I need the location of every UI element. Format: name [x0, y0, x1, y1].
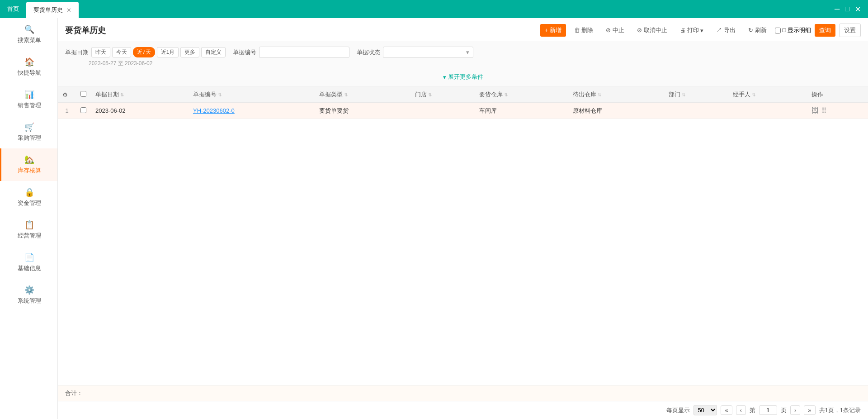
cell-doc-date: 2023-06-02 [91, 103, 189, 119]
status-select[interactable] [383, 47, 473, 57]
date-filter-label: 单据日期 [65, 48, 89, 57]
date-range-buttons: 昨天 今天 近7天 近1月 更多 自定义 [91, 47, 226, 57]
date-btn-1month[interactable]: 近1月 [157, 47, 179, 57]
date-range-display: 2023-05-27 至 2023-06-02 [89, 60, 861, 67]
cell-store [410, 103, 475, 119]
maximize-icon[interactable]: □ [845, 5, 849, 13]
date-btn-custom[interactable]: 自定义 [201, 47, 226, 57]
export-button[interactable]: ↗ 导出 [712, 24, 740, 37]
sidebar-label-finance-mgmt: 资金管理 [18, 199, 41, 207]
per-page-select[interactable]: 10 20 50 100 [693, 405, 717, 415]
cell-department [664, 103, 728, 119]
cell-pending-warehouse: 原材料仓库 [568, 103, 664, 119]
table-footer: 合计： [58, 385, 868, 401]
inventory-icon: 🏡 [24, 155, 34, 165]
th-action: 操作 [807, 87, 868, 103]
sidebar-item-operations-mgmt[interactable]: 📋 经营管理 [0, 214, 57, 246]
tab-requisition-label: 要货单历史 [33, 6, 63, 14]
expand-label: 展开更多条件 [448, 73, 483, 81]
settings-gear-icon[interactable]: ⚙ [62, 91, 68, 98]
view-action-icon[interactable]: 🖼 [811, 107, 819, 115]
th-doc-type[interactable]: 单据类型 [315, 87, 410, 103]
th-settings: ⚙ [58, 87, 76, 103]
sidebar-item-finance-mgmt[interactable]: 🔒 资金管理 [0, 181, 57, 214]
cell-action: 🖼 ⠿ [807, 103, 868, 119]
row-num: 1 [58, 103, 76, 119]
filter-status: 单据状态 ▾ [357, 47, 473, 58]
display-detail-checkbox[interactable] [775, 28, 781, 33]
th-doc-number[interactable]: 单据编号 [189, 87, 315, 103]
tab-requisition-history[interactable]: 要货单历史 ✕ [26, 2, 79, 18]
cell-handler [728, 103, 807, 119]
first-page-button[interactable]: « [721, 405, 732, 415]
sidebar-item-purchase-mgmt[interactable]: 🛒 采购管理 [0, 116, 57, 148]
more-action-icon[interactable]: ⠿ [821, 106, 827, 115]
sidebar-label-sales-mgmt: 销售管理 [18, 101, 41, 110]
total-info: 共1页，1条记录 [819, 406, 861, 414]
tab-close-icon[interactable]: ✕ [66, 7, 71, 14]
doc-number-label: 单据编号 [233, 48, 256, 57]
th-req-warehouse[interactable]: 要货仓库 [475, 87, 568, 103]
print-button[interactable]: 🖨 打印 ▾ [675, 24, 708, 37]
minimize-icon[interactable]: ─ [835, 5, 840, 13]
sidebar-item-quick-nav[interactable]: 🏠 快捷导航 [0, 51, 57, 83]
sidebar-label-system-mgmt: 系统管理 [18, 297, 41, 305]
date-btn-7days[interactable]: 近7天 [133, 47, 155, 57]
row-checkbox[interactable] [80, 107, 86, 113]
filter-area: 单据日期 昨天 今天 近7天 近1月 更多 自定义 单据编号 [58, 41, 868, 87]
page-title: 要货单历史 [65, 25, 106, 36]
system-icon: ⚙️ [24, 285, 34, 295]
next-page-button[interactable]: › [790, 405, 800, 415]
settings-button[interactable]: 设置 [839, 24, 861, 37]
prev-page-button[interactable]: ‹ [736, 405, 746, 415]
cell-doc-type: 要货单要货 [315, 103, 410, 119]
th-handler[interactable]: 经手人 [728, 87, 807, 103]
sidebar-item-system-mgmt[interactable]: ⚙️ 系统管理 [0, 279, 57, 311]
expand-more-button[interactable]: ▾ 展开更多条件 [443, 73, 483, 81]
th-checkbox [76, 87, 91, 103]
filter-row-1: 单据日期 昨天 今天 近7天 近1月 更多 自定义 单据编号 [65, 47, 861, 58]
sidebar-label-basic-info: 基础信息 [18, 264, 41, 272]
search-icon: 🔍 [24, 24, 34, 34]
page-number-input[interactable] [759, 405, 777, 415]
query-button[interactable]: 查询 [815, 24, 835, 37]
delete-button[interactable]: 🗑 删除 [570, 24, 598, 37]
sidebar-label-inventory: 库存核算 [18, 167, 41, 175]
th-pending-warehouse[interactable]: 待出仓库 [568, 87, 664, 103]
sidebar-item-basic-info[interactable]: 📄 基础信息 [0, 246, 57, 279]
filter-doc-number: 单据编号 [233, 47, 349, 58]
date-btn-more[interactable]: 更多 [180, 47, 199, 57]
per-page-label: 每页显示 [666, 406, 690, 414]
sidebar-item-search-menu[interactable]: 🔍 搜索菜单 [0, 18, 57, 51]
pagination-bar: 每页显示 10 20 50 100 « ‹ 第 页 › » 共1页，1条记录 [58, 401, 868, 419]
tab-home-label: 首页 [7, 5, 19, 13]
action-icons: 🖼 ⠿ [811, 106, 863, 115]
table-row: 1 2023-06-02 YH-20230602-0 要货单要货 车间库 原材料… [58, 103, 868, 119]
doc-number-input[interactable] [259, 47, 349, 58]
select-all-checkbox[interactable] [80, 91, 86, 97]
last-page-button[interactable]: » [804, 405, 815, 415]
cancel-stop-button[interactable]: ⊘ 取消中止 [632, 24, 672, 37]
date-btn-today[interactable]: 今天 [112, 47, 131, 57]
th-department[interactable]: 部门 [664, 87, 728, 103]
refresh-button[interactable]: ↻ 刷新 [744, 24, 771, 37]
th-store[interactable]: 门店 [410, 87, 475, 103]
th-doc-date[interactable]: 单据日期 [91, 87, 189, 103]
sidebar: 🔍 搜索菜单 🏠 快捷导航 📊 销售管理 🛒 采购管理 🏡 库存核算 🔒 资金管… [0, 18, 58, 419]
finance-icon: 🔒 [24, 187, 34, 197]
display-detail-toggle[interactable]: □ 显示明细 [775, 26, 811, 34]
expand-icon: ▾ [443, 74, 446, 81]
summary-label: 合计： [65, 390, 83, 396]
stop-button[interactable]: ⊘ 中止 [601, 24, 629, 37]
tab-home[interactable]: 首页 [0, 0, 26, 18]
date-btn-yesterday[interactable]: 昨天 [91, 47, 110, 57]
purchase-icon: 🛒 [24, 122, 34, 132]
doc-number-link[interactable]: YH-20230602-0 [193, 107, 235, 114]
close-icon[interactable]: ✕ [855, 5, 861, 14]
sidebar-item-inventory[interactable]: 🏡 库存核算 [0, 148, 57, 181]
print-dropdown-icon[interactable]: ▾ [700, 27, 703, 34]
sidebar-item-sales-mgmt[interactable]: 📊 销售管理 [0, 83, 57, 116]
new-button[interactable]: + 新增 [540, 24, 566, 37]
sidebar-label-quick-nav: 快捷导航 [18, 69, 41, 77]
print-label: 🖨 打印 [680, 26, 699, 34]
